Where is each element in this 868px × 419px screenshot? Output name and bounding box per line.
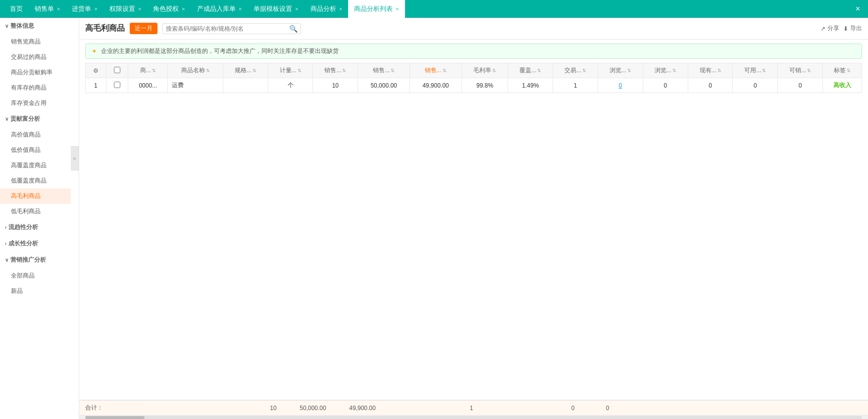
col-spec[interactable]: 规格...⇅: [223, 63, 268, 78]
sort-sales-amount-icon: ⇅: [391, 68, 395, 73]
close-purchase-order[interactable]: ×: [94, 6, 97, 12]
col-available-stock[interactable]: 可用...⇅: [733, 63, 778, 78]
footer-sales-amount: 50,000.00: [288, 405, 338, 412]
close-product-analysis-list[interactable]: ×: [396, 6, 399, 12]
sidebar-collapse-button[interactable]: «: [71, 146, 79, 171]
search-icon[interactable]: 🔍: [289, 25, 298, 33]
cell-gross-margin: 99.8%: [461, 78, 508, 93]
col-unit[interactable]: 计量...⇅: [268, 63, 313, 78]
cell-checkbox[interactable]: [106, 78, 128, 93]
col-sales-qty[interactable]: 销售...⇅: [313, 63, 358, 78]
sidebar-group-overall[interactable]: ∨ 整体信息: [0, 18, 71, 34]
sidebar-item-new-products[interactable]: 新品: [0, 283, 71, 299]
col-browse1[interactable]: 浏览...⇅: [598, 63, 643, 78]
cell-available-stock: 0: [733, 78, 778, 93]
col-sellable[interactable]: 可销...⇅: [778, 63, 823, 78]
close-product-analysis[interactable]: ×: [339, 6, 342, 12]
sidebar-item-high-margin[interactable]: 高毛利商品: [0, 188, 71, 204]
footer-cells: 10 50,000.00 49,900.00 1 0 0: [103, 405, 862, 412]
nav-template-settings[interactable]: 单据模板设置 ×: [248, 0, 304, 18]
table-header-row: ⚙ 商...⇅ 商品名称⇅ 规格...⇅ 计量...⇅ 销售...⇅ 销售...…: [86, 63, 862, 78]
nav-sales-order[interactable]: 销售单 ×: [29, 0, 66, 18]
col-sales-profit[interactable]: 销售...⇅: [409, 63, 461, 78]
sidebar-group-growth[interactable]: › 成长性分析: [0, 235, 71, 252]
sidebar-item-traded-products[interactable]: 交易过的商品: [0, 49, 71, 65]
close-role-auth[interactable]: ×: [182, 6, 185, 12]
col-coverage[interactable]: 覆盖...⇅: [508, 63, 553, 78]
page-title: 高毛利商品: [85, 23, 125, 34]
sidebar-group-contribution[interactable]: ∨ 贡献富分析: [0, 111, 71, 127]
nav-purchase-order[interactable]: 进货单 ×: [66, 0, 103, 18]
close-sales-order[interactable]: ×: [57, 6, 60, 12]
cell-current-stock: 0: [688, 78, 733, 93]
col-browse2[interactable]: 浏览...⇅: [643, 63, 688, 78]
time-filter-button[interactable]: 近一月: [130, 23, 157, 34]
close-template-settings[interactable]: ×: [295, 6, 298, 12]
cell-browse1[interactable]: 0: [598, 78, 643, 93]
sidebar-item-high-value[interactable]: 高价值商品: [0, 127, 71, 142]
sidebar: ∨ 整体信息 销售览商品 交易过的商品 商品分贡献购率 有库存的商品 库存资金占…: [0, 18, 79, 419]
info-icon: ✦: [92, 47, 97, 55]
sidebar-item-sales-overview[interactable]: 销售览商品: [0, 34, 71, 49]
search-input[interactable]: [166, 25, 287, 32]
sidebar-item-low-margin[interactable]: 低毛利商品: [0, 204, 71, 219]
sidebar-item-contribution-rate[interactable]: 商品分贡献购率: [0, 65, 71, 80]
col-tag[interactable]: 标签⇅: [823, 63, 862, 78]
close-all-tabs[interactable]: ×: [852, 4, 864, 13]
cell-sales-amount: 50,000.00: [358, 78, 410, 93]
arrow-growth: ›: [5, 241, 6, 246]
horizontal-scrollbar[interactable]: [79, 415, 868, 419]
content-area: 高毛利商品 近一月 🔍 ↗ 分享 ⬇ 导出 ✦ 企业的主要的利润都是这部分商品创…: [79, 18, 868, 419]
content-header: 高毛利商品 近一月 🔍 ↗ 分享 ⬇ 导出: [79, 18, 868, 40]
export-button[interactable]: ⬇ 导出: [843, 24, 862, 33]
col-gross-margin[interactable]: 毛利率⇅: [461, 63, 508, 78]
sort-browse1-icon: ⇅: [627, 68, 631, 73]
col-name[interactable]: 商品名称⇅: [168, 63, 223, 78]
col-settings[interactable]: ⚙: [86, 63, 106, 78]
cell-sales-qty: 10: [313, 78, 358, 93]
settings-icon: ⚙: [93, 67, 99, 74]
sort-sales-profit-icon: ⇅: [443, 68, 447, 73]
nav-product-inbound[interactable]: 产成品入库单 ×: [191, 0, 248, 18]
cell-browse2: 0: [643, 78, 688, 93]
scrollbar-thumb[interactable]: [85, 416, 145, 419]
sidebar-group-trend[interactable]: › 流趋性分析: [0, 219, 71, 235]
cell-coverage: 1.49%: [508, 78, 553, 93]
col-sales-amount[interactable]: 销售...⇅: [358, 63, 410, 78]
sidebar-item-low-value[interactable]: 低价值商品: [0, 142, 71, 158]
cell-unit: 个: [268, 78, 313, 93]
cell-sku: 0000...: [128, 78, 168, 93]
cell-sellable: 0: [778, 78, 823, 93]
nav-role-auth[interactable]: 角色授权 ×: [147, 0, 191, 18]
table-footer: 合计： 10 50,000.00 49,900.00 1 0 0: [79, 400, 868, 415]
sort-sales-qty-icon: ⇅: [342, 68, 346, 73]
sidebar-item-low-coverage[interactable]: 低覆盖度商品: [0, 173, 71, 188]
close-product-inbound[interactable]: ×: [239, 6, 242, 12]
sidebar-group-marketing[interactable]: ∨ 营销推广分析: [0, 252, 71, 268]
sort-unit-icon: ⇅: [298, 68, 302, 73]
nav-product-analysis[interactable]: 商品分析 ×: [305, 0, 348, 18]
nav-permission-settings[interactable]: 权限设置 ×: [103, 0, 147, 18]
col-sku[interactable]: 商...⇅: [128, 63, 168, 78]
sort-sellable-icon: ⇅: [807, 68, 811, 73]
select-all-checkbox[interactable]: [114, 67, 120, 73]
share-button[interactable]: ↗ 分享: [820, 24, 839, 33]
cell-tag: 高收入: [823, 78, 862, 93]
sidebar-item-all-products[interactable]: 全部商品: [0, 268, 71, 283]
col-transaction[interactable]: 交易...⇅: [553, 63, 598, 78]
sort-coverage-icon: ⇅: [537, 68, 541, 73]
sidebar-item-in-stock[interactable]: 有库存的商品: [0, 80, 71, 95]
col-checkbox[interactable]: [106, 63, 128, 78]
close-permission-settings[interactable]: ×: [138, 6, 141, 12]
sidebar-item-stock-capital[interactable]: 库存资金占用: [0, 95, 71, 111]
nav-home[interactable]: 首页: [4, 0, 29, 18]
sidebar-item-high-coverage[interactable]: 高覆盖度商品: [0, 158, 71, 173]
col-current-stock[interactable]: 现有...⇅: [688, 63, 733, 78]
nav-product-analysis-list[interactable]: 商品分析列表 ×: [348, 0, 405, 18]
footer-current-stock: 0: [556, 405, 590, 412]
sort-available-stock-icon: ⇅: [762, 68, 766, 73]
footer-sales-profit: 49,900.00: [338, 405, 387, 412]
sort-tag-icon: ⇅: [847, 68, 851, 73]
footer-available-stock: 0: [590, 405, 625, 412]
info-banner: ✦ 企业的主要的利润都是这部分商品创造的，可考虑加大推广，同时关注库存是不要出现…: [85, 44, 862, 59]
